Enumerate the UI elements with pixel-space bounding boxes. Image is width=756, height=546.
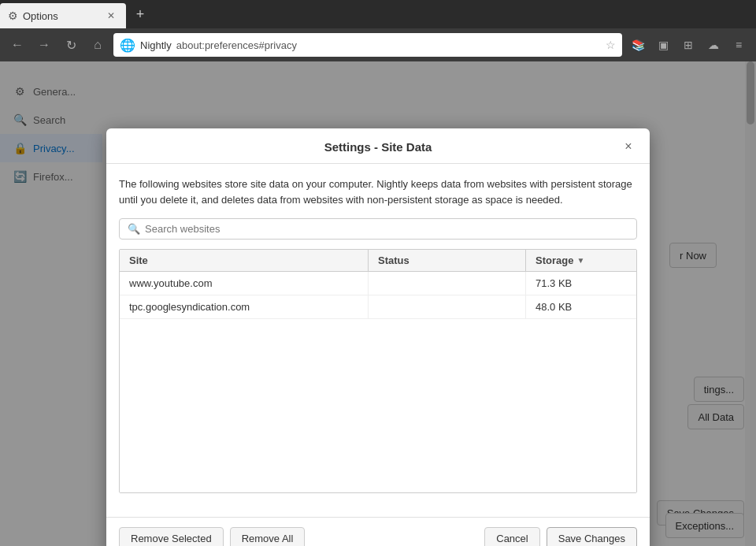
dialog-close-button[interactable]: × [620, 138, 637, 155]
browser-chrome: ⚙ Options ✕ + ← → ↻ ⌂ 🌐 Nightly about:pr… [0, 0, 756, 61]
cell-site-youtube: www.youtube.com [120, 272, 369, 295]
reload-button[interactable]: ↻ [60, 34, 82, 56]
cell-storage-youtube: 71.3 KB [526, 272, 636, 295]
tab-close-button[interactable]: ✕ [104, 9, 118, 23]
table-empty-area [120, 319, 636, 492]
column-header-site: Site [120, 250, 369, 271]
dialog-footer: Remove Selected Remove All Cancel Save C… [106, 517, 650, 546]
tab-title: Options [23, 10, 99, 22]
cell-status-youtube [369, 272, 526, 295]
home-button[interactable]: ⌂ [87, 34, 109, 56]
toolbar: ← → ↻ ⌂ 🌐 Nightly about:preferences#priv… [0, 28, 756, 61]
footer-left-buttons: Remove Selected Remove All [119, 527, 305, 546]
menu-button[interactable]: ≡ [728, 34, 750, 56]
dialog-title: Settings - Site Data [136, 140, 620, 154]
footer-right-buttons: Cancel Save Changes [484, 527, 637, 546]
dialog-description: The following websites store site data o… [119, 176, 637, 207]
site-data-table: Site Status Storage ▼ www.youtube.com 71… [119, 249, 637, 493]
new-tab-button[interactable]: + [129, 3, 151, 25]
table-row[interactable]: tpc.googlesyndication.com 48.0 KB [120, 295, 636, 319]
cancel-button[interactable]: Cancel [484, 527, 539, 546]
tab-icon: ⚙ [8, 9, 18, 22]
customize-button[interactable]: ☁ [702, 34, 724, 56]
search-websites-input[interactable] [145, 223, 628, 235]
cell-status-googlesyndication [369, 295, 526, 318]
page-background: ⚙ Genera... 🔍 Search 🔒 Privacy... 🔄 Fire… [0, 61, 756, 546]
sort-arrow-icon: ▼ [576, 256, 584, 265]
toolbar-right: 📚 ▣ ⊞ ☁ ≡ [627, 34, 750, 56]
address-bar[interactable]: 🌐 Nightly about:preferences#privacy ☆ [113, 33, 622, 57]
save-changes-button[interactable]: Save Changes [547, 527, 637, 546]
search-box[interactable]: 🔍 [119, 218, 637, 240]
active-tab[interactable]: ⚙ Options ✕ [0, 3, 126, 28]
browser-logo-icon: 🌐 [120, 38, 135, 53]
column-header-storage[interactable]: Storage ▼ [526, 250, 636, 271]
library-button[interactable]: 📚 [627, 34, 649, 56]
settings-site-data-dialog: Settings - Site Data × The following web… [106, 128, 650, 546]
nightly-label: Nightly [140, 39, 172, 51]
modal-backdrop: Settings - Site Data × The following web… [0, 61, 756, 546]
table-header: Site Status Storage ▼ [120, 250, 636, 272]
table-row[interactable]: www.youtube.com 71.3 KB [120, 272, 636, 295]
cell-site-googlesyndication: tpc.googlesyndication.com [120, 295, 369, 318]
sidebar-button[interactable]: ▣ [652, 34, 674, 56]
column-header-status: Status [369, 250, 526, 271]
forward-button[interactable]: → [33, 34, 55, 56]
bookmark-icon[interactable]: ☆ [606, 39, 616, 51]
cell-storage-googlesyndication: 48.0 KB [526, 295, 636, 318]
dialog-body: The following websites store site data o… [106, 164, 650, 517]
back-button[interactable]: ← [6, 34, 28, 56]
tab-bar: ⚙ Options ✕ + [0, 0, 756, 28]
dialog-header: Settings - Site Data × [106, 128, 650, 164]
synced-tabs-button[interactable]: ⊞ [677, 34, 699, 56]
address-url: about:preferences#privacy [176, 39, 601, 51]
search-box-icon: 🔍 [128, 223, 140, 235]
table-body: www.youtube.com 71.3 KB tpc.googlesyndic… [120, 272, 636, 492]
remove-all-button[interactable]: Remove All [230, 527, 306, 546]
remove-selected-button[interactable]: Remove Selected [119, 527, 224, 546]
